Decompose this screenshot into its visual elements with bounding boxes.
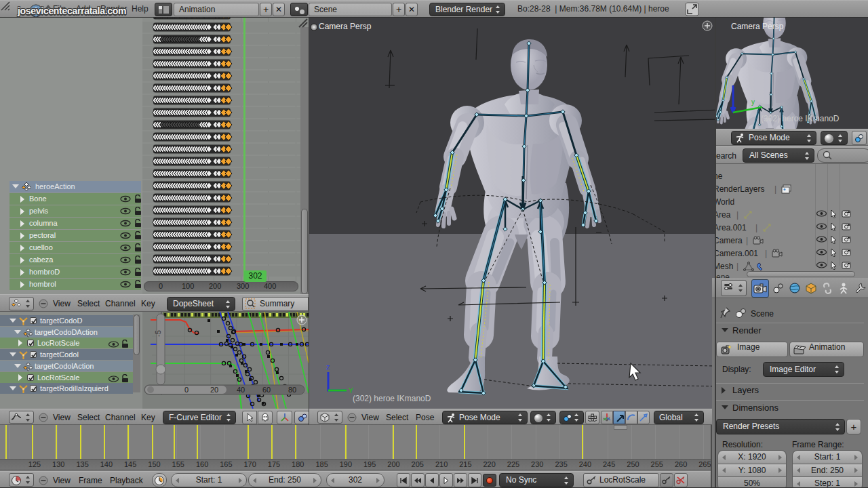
svg-text:y: y [751, 98, 755, 106]
svg-text:60: 60 [262, 386, 271, 394]
svg-text:40: 40 [237, 386, 245, 394]
svg-text:-5: -5 [154, 330, 162, 337]
svg-text:20: 20 [210, 386, 218, 394]
svg-text:z: z [326, 363, 330, 371]
svg-text:0: 0 [184, 386, 189, 394]
svg-text:80: 80 [288, 386, 296, 394]
